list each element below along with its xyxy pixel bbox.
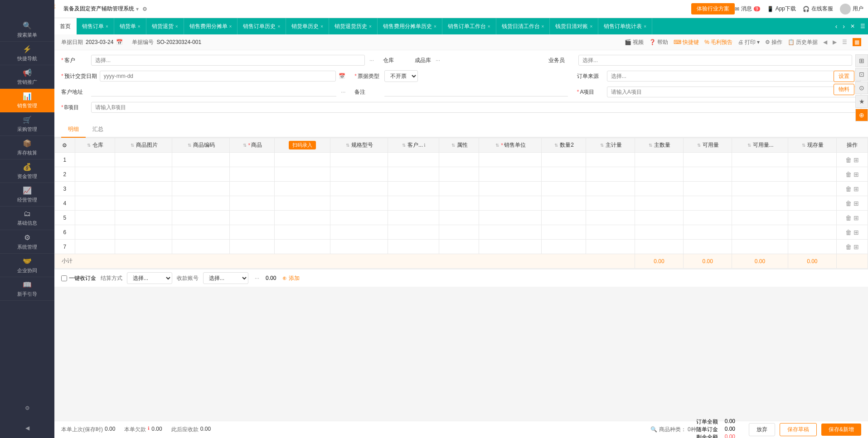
cell-attribute[interactable] xyxy=(439,211,479,225)
row-delete-btn[interactable]: 🗑 xyxy=(845,229,852,236)
close-icon[interactable]: × xyxy=(106,24,108,29)
account-more-icon[interactable]: ··· xyxy=(255,275,259,281)
cell-available2[interactable] xyxy=(732,225,788,240)
video-btn[interactable]: 🎬 视频 xyxy=(625,39,644,46)
tab-sales-order[interactable]: 销售订单 × xyxy=(77,18,114,34)
cell-available[interactable] xyxy=(684,153,732,167)
cell-image[interactable] xyxy=(115,167,172,182)
tab-workbench[interactable]: 销售订单工作台 × xyxy=(442,18,496,34)
cell-spec[interactable] xyxy=(330,153,388,167)
tab-invoice-history[interactable]: 销货单历史 × xyxy=(286,18,329,34)
cell-main-qty[interactable] xyxy=(635,167,683,182)
sidebar-item-search[interactable]: 🔍 搜索菜单 xyxy=(0,18,54,42)
date-value[interactable]: 2023-03-24 xyxy=(86,39,113,45)
tabs-next-icon[interactable]: › xyxy=(840,23,848,30)
col-scan[interactable]: 扫码录入 xyxy=(274,138,330,153)
row-copy-btn[interactable]: ⊞ xyxy=(853,214,859,221)
cell-available[interactable] xyxy=(684,182,732,196)
tab-sales-stats[interactable]: 销售订单统计表 × xyxy=(598,18,652,34)
close-icon[interactable]: × xyxy=(644,24,646,29)
cell-unit[interactable] xyxy=(479,225,541,240)
sidebar-item-enterprise[interactable]: 🤝 企业协同 xyxy=(0,254,54,277)
close-icon[interactable]: × xyxy=(320,24,323,29)
user-btn[interactable]: 用户 xyxy=(840,4,863,14)
col-settings[interactable]: ⚙ xyxy=(55,138,75,153)
cell-qty2[interactable] xyxy=(541,211,586,225)
cell-scan[interactable] xyxy=(274,182,330,196)
cell-main-unit[interactable] xyxy=(586,167,635,182)
sidebar-collapse-btn[interactable]: ◀ xyxy=(0,418,54,438)
cell-code[interactable] xyxy=(172,211,230,225)
cell-available[interactable] xyxy=(684,167,732,182)
sidebar-item-quick-nav[interactable]: ⚡ 快捷导航 xyxy=(0,42,54,65)
cell-customer-code[interactable] xyxy=(388,225,439,240)
cell-spec[interactable] xyxy=(330,211,388,225)
cell-image[interactable] xyxy=(115,153,172,167)
online-support-btn[interactable]: 🎧 在线客服 xyxy=(803,5,833,13)
row-copy-btn[interactable]: ⊞ xyxy=(853,229,859,236)
cell-scan[interactable] xyxy=(274,225,330,240)
tab-expense-history[interactable]: 销售费用分摊单历史 × xyxy=(378,18,442,34)
cell-scan[interactable] xyxy=(274,240,330,254)
save-new-btn[interactable]: 保存&新增 xyxy=(821,424,861,436)
order-source-input[interactable] xyxy=(607,71,861,82)
cell-product[interactable] xyxy=(229,153,274,167)
scan-btn[interactable]: 扫码录入 xyxy=(289,141,316,149)
cell-spec[interactable] xyxy=(330,167,388,182)
cell-customer-code[interactable] xyxy=(388,240,439,254)
cell-stock[interactable] xyxy=(788,240,836,254)
search-sku-icon[interactable]: 🔍 xyxy=(650,426,657,433)
cell-code[interactable] xyxy=(172,225,230,240)
cell-main-qty[interactable] xyxy=(635,225,683,240)
cell-unit[interactable] xyxy=(479,182,541,196)
cell-qty2[interactable] xyxy=(541,153,586,167)
cell-stock[interactable] xyxy=(788,153,836,167)
print-btn[interactable]: 🖨 打印 ▾ xyxy=(738,39,760,46)
card-view-icon[interactable]: ▦ xyxy=(853,38,861,46)
cell-scan[interactable] xyxy=(274,196,330,211)
row-delete-btn[interactable]: 🗑 xyxy=(845,243,852,250)
quick-btn-2[interactable]: ⊡ xyxy=(855,68,868,81)
cell-code[interactable] xyxy=(172,167,230,182)
tabs-menu-icon[interactable]: ☰ xyxy=(858,23,868,29)
history-btn[interactable]: 📋 历史单据 xyxy=(788,39,818,46)
customer-input[interactable] xyxy=(91,55,365,66)
row-copy-btn[interactable]: ⊞ xyxy=(853,243,859,250)
cell-spec[interactable] xyxy=(330,196,388,211)
cell-main-qty[interactable] xyxy=(635,211,683,225)
app-download-btn[interactable]: 📱 App下载 xyxy=(767,5,796,13)
cell-stock[interactable] xyxy=(788,182,836,196)
cell-attribute[interactable] xyxy=(439,153,479,167)
sidebar-item-purchase[interactable]: 🛒 采购管理 xyxy=(0,112,54,136)
sidebar-item-marketing[interactable]: 📢 营销推广 xyxy=(0,65,54,89)
cell-warehouse[interactable] xyxy=(75,167,115,182)
cell-product[interactable] xyxy=(229,167,274,182)
tab-expense-split[interactable]: 销售费用分摊单 × xyxy=(184,18,238,34)
cell-unit[interactable] xyxy=(479,167,541,182)
sidebar-item-operations[interactable]: 📈 经营管理 xyxy=(0,183,54,207)
cell-customer-code[interactable] xyxy=(388,153,439,167)
close-icon[interactable]: × xyxy=(138,24,141,29)
cell-attribute[interactable] xyxy=(439,167,479,182)
save-draft-btn[interactable]: 保存草稿 xyxy=(780,423,817,436)
cell-customer-code[interactable] xyxy=(388,196,439,211)
tabs-prev-icon[interactable]: ‹ xyxy=(833,23,840,30)
cell-main-unit[interactable] xyxy=(586,211,635,225)
cell-attribute[interactable] xyxy=(439,225,479,240)
industry-btn[interactable]: 体验行业方案 xyxy=(691,3,735,14)
cell-stock[interactable] xyxy=(788,211,836,225)
quick-btn-5[interactable]: ⊕ xyxy=(855,109,868,121)
tab-detail[interactable]: 明细 xyxy=(61,122,86,138)
tab-reconcile[interactable]: 钱货日清对账 × xyxy=(550,18,598,34)
cell-main-unit[interactable] xyxy=(586,196,635,211)
cell-image[interactable] xyxy=(115,211,172,225)
cell-stock[interactable] xyxy=(788,196,836,211)
cell-spec[interactable] xyxy=(330,182,388,196)
warehouse-more-icon[interactable]: ··· xyxy=(436,57,440,63)
cell-stock[interactable] xyxy=(788,225,836,240)
sidebar-item-finance[interactable]: 💰 资金管理 xyxy=(0,159,54,183)
messages-btn[interactable]: ✉ 消息 9 xyxy=(735,5,760,13)
cell-main-qty[interactable] xyxy=(635,240,683,254)
cell-product[interactable] xyxy=(229,182,274,196)
cell-code[interactable] xyxy=(172,153,230,167)
